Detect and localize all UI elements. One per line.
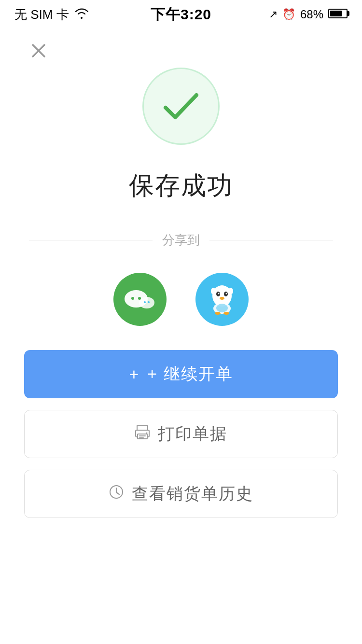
status-bar: 无 SIM 卡 下午3:20 ↗ ⏰ 68%: [0, 0, 362, 29]
svg-point-17: [223, 312, 229, 315]
svg-point-5: [138, 297, 141, 300]
history-icon: [109, 484, 124, 504]
status-time: 下午3:20: [151, 5, 211, 25]
battery-icon: [328, 8, 348, 21]
share-label: 分享到: [162, 232, 200, 249]
svg-point-15: [216, 304, 228, 312]
print-label: 打印单据: [158, 423, 227, 445]
svg-point-4: [131, 297, 134, 300]
svg-point-13: [220, 297, 224, 300]
success-title: 保存成功: [129, 169, 233, 203]
action-buttons: + + 继续开单 打印单据: [0, 350, 362, 518]
carrier-text: 无 SIM 卡: [14, 6, 69, 23]
svg-point-25: [146, 432, 148, 434]
status-right: ↗ ⏰ 68%: [269, 8, 348, 21]
close-button[interactable]: [24, 36, 53, 65]
location-icon: ↗: [269, 8, 278, 21]
svg-point-16: [215, 312, 221, 315]
alarm-icon: ⏰: [282, 8, 295, 21]
qq-icon: [207, 282, 237, 316]
svg-point-12: [226, 293, 227, 294]
success-circle: [142, 68, 220, 145]
wifi-icon: [75, 7, 88, 22]
svg-point-7: [148, 301, 150, 303]
svg-point-19: [228, 288, 233, 294]
svg-rect-23: [139, 435, 146, 436]
wechat-icon: [124, 285, 156, 313]
close-icon: [30, 42, 47, 59]
svg-rect-24: [139, 437, 144, 438]
svg-point-6: [144, 301, 146, 303]
share-divider: 分享到: [29, 232, 333, 249]
print-button[interactable]: 打印单据: [24, 410, 338, 458]
history-label: 查看销货单历史: [132, 483, 253, 505]
continue-button[interactable]: + + 继续开单: [24, 350, 338, 398]
share-section: 分享到: [0, 232, 362, 326]
share-icons: [29, 273, 333, 326]
svg-point-3: [139, 297, 154, 308]
qq-share-button[interactable]: [195, 273, 249, 326]
main-content: 保存成功 分享到: [0, 29, 362, 518]
svg-point-11: [218, 293, 220, 294]
svg-line-28: [116, 492, 119, 494]
checkmark-icon: [162, 89, 200, 123]
status-carrier: 无 SIM 卡: [14, 6, 88, 23]
svg-rect-20: [137, 425, 148, 430]
divider-right: [209, 240, 333, 240]
wechat-share-button[interactable]: [113, 273, 167, 326]
continue-label: + 继续开单: [147, 363, 233, 385]
divider-left: [29, 240, 153, 240]
history-button[interactable]: 查看销货单历史: [24, 470, 338, 518]
print-icon: [135, 425, 150, 444]
svg-point-18: [211, 288, 216, 294]
continue-icon: +: [129, 365, 139, 384]
battery-percent: 68%: [300, 8, 323, 21]
